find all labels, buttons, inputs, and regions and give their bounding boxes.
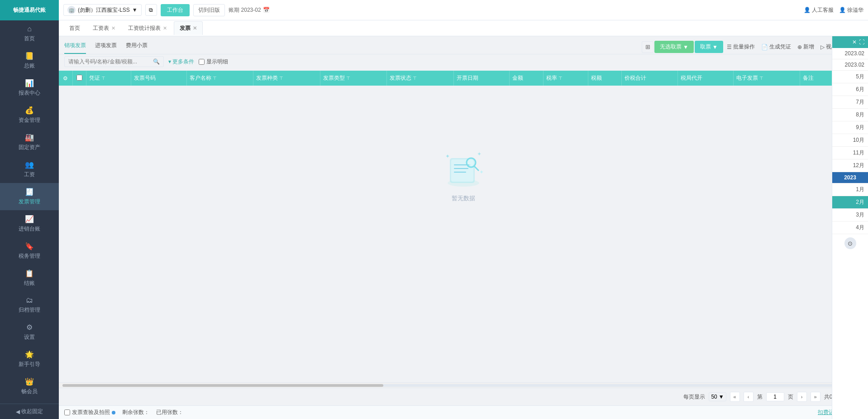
sidebar: 畅捷通易代账 ⌂ 首页 📒 总账 📊 报表中心 💰 资金管理 🏭 固定资产 👥 …	[0, 0, 59, 419]
search-input[interactable]	[68, 58, 151, 65]
date-panel-max-icon[interactable]: ⛶	[859, 39, 864, 45]
sidebar-item-guide[interactable]: 🌟 新手引导	[0, 346, 59, 373]
dropdown-arrow-icon: ▼	[132, 7, 138, 13]
verify-checkbox[interactable]	[64, 409, 70, 415]
date-item-month-7[interactable]: 7月	[832, 96, 868, 109]
batch-op-button[interactable]: ☰ 批量操作	[724, 41, 758, 53]
last-page-button[interactable]: »	[811, 392, 820, 402]
tab-salary-stats[interactable]: 工资统计报表 ✕	[122, 21, 173, 35]
period-label-text: 账期	[229, 6, 239, 14]
th-invoice-status: 发票状态⊤	[387, 71, 453, 86]
sidebar-item-member[interactable]: 👑 畅会员	[0, 373, 59, 400]
select-all-checkbox[interactable]	[76, 75, 82, 81]
tab-home[interactable]: 首页	[63, 21, 86, 35]
sidebar-item-home[interactable]: ⌂ 首页	[0, 20, 59, 47]
date-item-month-8[interactable]: 8月	[832, 109, 868, 121]
date-panel-bottom: ⊙	[832, 234, 868, 252]
horizontal-scrollbar[interactable]	[59, 382, 868, 388]
customer-filter-icon[interactable]: ⊤	[213, 76, 217, 81]
tab-invoice[interactable]: 发票 ✕	[174, 21, 203, 35]
th-invoice-category-label: 发票类型	[323, 74, 345, 82]
invoice-type-filter-icon[interactable]: ⊤	[279, 76, 283, 81]
date-item-2023-month-4[interactable]: 4月	[832, 222, 868, 234]
show-detail-label: 显示明细	[206, 58, 228, 66]
sidebar-item-archive[interactable]: 🗂 归档管理	[0, 292, 59, 318]
date-panel-close-icon[interactable]: ✕	[852, 39, 857, 45]
tab-invoice-label: 发票	[180, 24, 191, 32]
next-page-button[interactable]: ›	[797, 392, 807, 402]
page-label: 第	[757, 393, 763, 401]
show-detail-checkbox[interactable]	[199, 59, 205, 65]
take-ticket-button[interactable]: 取票 ▼	[695, 41, 723, 53]
th-settings[interactable]: ⚙	[59, 71, 72, 86]
tab-salary-stats-close[interactable]: ✕	[163, 25, 167, 31]
customer-service-button[interactable]: 👤 人工客服	[804, 6, 834, 14]
show-detail-checkbox-label[interactable]: 显示明细	[199, 58, 228, 66]
grid-view-icon[interactable]: ⊞	[642, 41, 653, 53]
scrollbar-thumb[interactable]	[62, 384, 383, 387]
sidebar-label-reports: 报表中心	[19, 89, 40, 97]
date-item-2023-02-a[interactable]: 2023.02	[832, 48, 868, 59]
new-button[interactable]: ⊕ 新增	[795, 41, 817, 53]
page-number-input[interactable]	[766, 392, 784, 401]
date-item-month-5[interactable]: 5月	[832, 71, 868, 83]
data-table: ⚙ 凭证⊤ 发票号码 客户名称⊤	[59, 71, 868, 266]
th-checkbox[interactable]	[72, 71, 86, 86]
sidebar-item-invoice[interactable]: 🧾 发票管理	[0, 183, 59, 210]
company-icon: 🏢	[67, 6, 76, 14]
remaining-text: 剩余张数：	[122, 409, 149, 415]
empty-svg: ✦ ✦ ✦	[439, 149, 488, 190]
date-item-month-10[interactable]: 10月	[832, 134, 868, 147]
settings-icon: ⚙	[26, 323, 33, 332]
sidebar-item-tax[interactable]: 🔖 税务管理	[0, 237, 59, 265]
tab-salary-close[interactable]: ✕	[111, 25, 115, 31]
ledger-icon: 📒	[25, 52, 34, 60]
e-invoice-filter-icon[interactable]: ⊤	[759, 76, 763, 81]
generate-voucher-button[interactable]: 📄 生成凭证	[758, 41, 794, 53]
sidebar-item-salary[interactable]: 👥 工资	[0, 156, 59, 183]
tab-invoice-close[interactable]: ✕	[193, 25, 197, 31]
user-profile-button[interactable]: 👤 徐溢华	[839, 6, 863, 14]
tax-rate-filter-icon[interactable]: ⊤	[558, 76, 563, 81]
invoice-category-filter-icon[interactable]: ⊤	[346, 76, 350, 81]
more-conditions-label: 更多条件	[172, 58, 194, 66]
voucher-filter-icon[interactable]: ⊤	[101, 76, 105, 81]
no-select-ticket-button[interactable]: 无选取票 ▼	[654, 41, 694, 53]
first-page-button[interactable]: «	[730, 392, 740, 402]
service-label: 人工客服	[812, 6, 834, 14]
date-panel-header: ✕ ⛶	[832, 36, 868, 48]
date-panel-bottom-icon[interactable]: ⊙	[844, 237, 856, 249]
page-size-selector[interactable]: 50 ▼	[709, 392, 726, 401]
subtab-purchase-invoice[interactable]: 进项发票	[95, 40, 117, 54]
sidebar-item-reports[interactable]: 📊 报表中心	[0, 74, 59, 101]
tab-salary-table[interactable]: 工资表 ✕	[87, 21, 121, 35]
th-tax-label: 税额	[591, 75, 602, 81]
switch-version-button[interactable]: 切到旧版	[193, 4, 225, 16]
company-selector[interactable]: 🏢 (勿删）江西服宝-LSS ▼	[63, 4, 142, 16]
prev-page-button[interactable]: ‹	[744, 392, 754, 402]
date-item-2023-month-1[interactable]: 1月	[832, 183, 868, 196]
subtab-expense-receipt[interactable]: 费用小票	[126, 40, 148, 54]
no-select-label: 无选取票	[660, 43, 682, 51]
date-item-2023-month-2[interactable]: 2月	[832, 196, 868, 209]
used-text: 已用张数：	[156, 409, 183, 415]
collapse-button[interactable]: ◀ 收起固定	[0, 404, 59, 419]
date-item-month-9[interactable]: 9月	[832, 121, 868, 134]
th-tax-code: 税局代开	[677, 71, 733, 86]
sidebar-item-ledger[interactable]: 📒 总账	[0, 47, 59, 74]
date-item-month-6[interactable]: 6月	[832, 83, 868, 96]
date-item-month-11[interactable]: 11月	[832, 147, 868, 159]
sidebar-item-closing[interactable]: 📋 结账	[0, 265, 59, 292]
subtab-sales-invoice[interactable]: 销项发票	[64, 40, 86, 54]
sidebar-item-sales[interactable]: 📈 进销台账	[0, 210, 59, 237]
workbench-button[interactable]: 工作台	[161, 4, 190, 16]
date-item-2023-02-b[interactable]: 2023.02	[832, 59, 868, 71]
invoice-status-filter-icon[interactable]: ⊤	[413, 76, 417, 81]
sidebar-item-funds[interactable]: 💰 资金管理	[0, 101, 59, 129]
sidebar-item-settings[interactable]: ⚙ 设置	[0, 318, 59, 346]
date-item-month-12[interactable]: 12月	[832, 159, 868, 172]
date-item-2023-month-3[interactable]: 3月	[832, 209, 868, 222]
sidebar-item-assets[interactable]: 🏭 固定资产	[0, 129, 59, 156]
copy-button[interactable]: ⧉	[145, 4, 157, 16]
more-filter-button[interactable]: ▾ 更多条件	[168, 58, 194, 66]
